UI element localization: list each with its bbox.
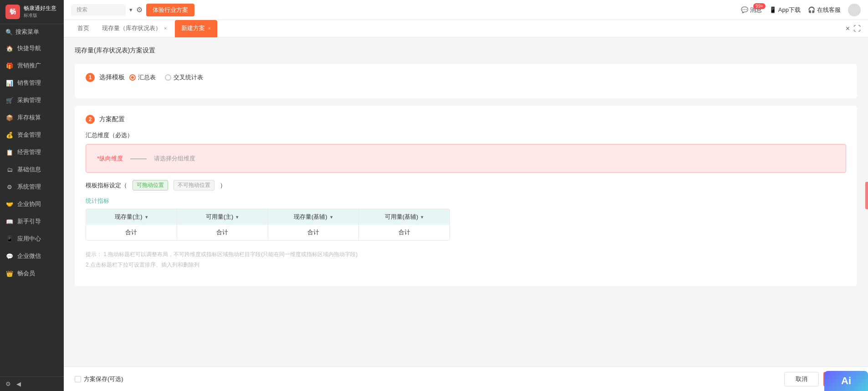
stats-section: 统计指标 现存量(主) ▾ 可用量(主) ▾ 现存量(基辅) [86, 197, 846, 241]
radio-summary-label: 汇总表 [138, 73, 156, 82]
user-avatar[interactable] [848, 4, 861, 16]
chevron-down-icon-3[interactable]: ▾ [421, 214, 424, 220]
sidebar-item-purchase[interactable]: 🛒 采购管理 [0, 92, 64, 109]
sidebar-item-label: 系统管理 [17, 183, 41, 191]
page-title: 现存量(库存状况表)方案设置 [75, 46, 857, 55]
right-panel-indicator [865, 182, 868, 209]
sidebar-item-guide[interactable]: 📖 新手引导 [0, 213, 64, 230]
tab-inventory-close[interactable]: × [164, 26, 167, 31]
sidebar-item-label: 企业微信 [17, 252, 41, 260]
system-icon: ⚙ [5, 183, 14, 191]
purchase-icon: 🛒 [5, 96, 14, 104]
step1-num: 1 [86, 73, 95, 82]
hint-section: 提示： 1.拖动标题栏可以调整布局，不可跨维度或指标区域拖动栏目字段(只能在同一… [86, 245, 846, 277]
search-label: 搜索菜单 [15, 28, 39, 36]
app-download-btn[interactable]: 📱 App下载 [769, 6, 801, 14]
service-btn[interactable]: 🎧 在线客服 [808, 6, 841, 14]
stats-col-stock-main[interactable]: 现存量(主) ▾ [86, 209, 177, 225]
tab-inventory-status[interactable]: 现存量（库存状况表） × [96, 20, 173, 37]
stats-sub-0-label: 合计 [125, 228, 137, 237]
cancel-button[interactable]: 取消 [784, 372, 819, 386]
radio-cross[interactable]: 交叉统计表 [165, 73, 203, 82]
phone-icon: 📱 [769, 6, 776, 13]
headset-icon: 🎧 [808, 6, 815, 13]
operation-icon: 📋 [5, 148, 14, 156]
sidebar-search[interactable]: 🔍 搜索菜单 [0, 24, 64, 40]
chevron-down-icon-1[interactable]: ▾ [236, 214, 239, 220]
settings-icon[interactable]: ⚙ [5, 381, 11, 387]
sound-icon[interactable]: ◀ [16, 381, 21, 387]
stats-col-avail-main-label: 可用量(主) [206, 213, 234, 221]
member-icon: 👑 [5, 269, 14, 278]
sidebar-item-label: 销售管理 [17, 79, 41, 87]
bottom-bar: 方案保存(可选) 取消 查询 [64, 366, 868, 391]
sidebar-item-app-center[interactable]: 📱 应用中心 [0, 230, 64, 247]
tabbar-expand-btn[interactable]: ⛶ [853, 25, 861, 33]
message-btn[interactable]: 💬 消息 99+ [741, 6, 762, 14]
message-icon: 💬 [741, 6, 748, 13]
chevron-down-icon-0[interactable]: ▾ [145, 214, 148, 220]
tab-home[interactable]: 首页 [71, 20, 96, 37]
app-name-block: 畅康通好生意 标准版 [24, 5, 56, 19]
topbar: 搜索 ▾ ⚙ 体验行业方案 💬 消息 99+ 📱 App下载 🎧 在线客服 [64, 0, 868, 20]
sidebar-item-finance[interactable]: 💰 资金管理 [0, 126, 64, 144]
trial-btn[interactable]: 体验行业方案 [146, 4, 194, 16]
radio-cross-label: 交叉统计表 [174, 73, 203, 82]
save-checkbox[interactable] [75, 376, 81, 382]
sidebar-item-label: 库存核算 [17, 113, 41, 122]
topbar-gear-icon[interactable]: ⚙ [136, 5, 143, 14]
service-label: 在线客服 [817, 6, 841, 14]
sidebar-item-label: 资金管理 [17, 131, 41, 139]
sidebar-item-label: 经营管理 [17, 148, 41, 156]
sidebar-item-label: 基础信息 [17, 165, 41, 174]
topbar-search[interactable]: 搜索 [71, 4, 126, 15]
tab-new-plan[interactable]: 新建方案 × [175, 20, 217, 37]
save-option[interactable]: 方案保存(可选) [75, 375, 123, 383]
sidebar-item-marketing[interactable]: 🎁 营销推广 [0, 57, 64, 74]
stats-sub-3: 合计 [359, 225, 449, 240]
dimension-placeholder: 请选择分组维度 [154, 154, 195, 163]
step2-num: 2 [86, 115, 95, 124]
step1-title: 选择模板 [99, 73, 125, 82]
indicator-setting-label: 模板指标设定（ [86, 181, 127, 190]
dimension-box[interactable]: *纵向维度 —— 请选择分组维度 [86, 144, 846, 173]
sidebar-item-operation[interactable]: 📋 经营管理 [0, 144, 64, 161]
dropdown-icon[interactable]: ▾ [129, 6, 133, 13]
sidebar-item-label: 营销推广 [17, 62, 41, 70]
dimension-field-label: *纵向维度 [97, 154, 123, 163]
tabbar-close-btn[interactable]: × [846, 25, 850, 33]
sidebar-item-sales[interactable]: 📊 销售管理 [0, 74, 64, 92]
search-icon: 🔍 [5, 29, 13, 36]
sidebar-item-wechat[interactable]: 💬 企业微信 [0, 247, 64, 265]
sidebar-item-system[interactable]: ⚙ 系统管理 [0, 178, 64, 196]
sidebar-item-quick-nav[interactable]: 🏠 快捷导航 [0, 40, 64, 57]
stats-data-row: 合计 合计 合计 合计 [86, 225, 449, 240]
radio-summary-circle [129, 74, 136, 81]
corp-icon: 🤝 [5, 200, 14, 208]
app-version: 标准版 [24, 12, 56, 19]
main-area: 搜索 ▾ ⚙ 体验行业方案 💬 消息 99+ 📱 App下载 🎧 在线客服 [64, 0, 868, 391]
chevron-down-icon-2[interactable]: ▾ [330, 214, 333, 220]
radio-summary[interactable]: 汇总表 [129, 73, 156, 82]
stats-col-stock-main-label: 现存量(主) [115, 213, 143, 221]
sidebar-item-inventory[interactable]: 📦 库存核算 [0, 109, 64, 126]
stats-label: 统计指标 [86, 197, 846, 205]
ai-badge[interactable]: Ai [824, 371, 868, 391]
tab-new-plan-label: 新建方案 [181, 24, 205, 32]
indicator-badge-inactive: 不可拖动位置 [174, 180, 214, 190]
tab-new-plan-close[interactable]: × [208, 26, 210, 31]
tabbar: 首页 现存量（库存状况表） × 新建方案 × × ⛶ [64, 20, 868, 37]
stats-sub-1: 合计 [177, 225, 268, 240]
step2-header: 2 方案配置 [86, 115, 846, 124]
hint-item-1: 2.点击标题栏下拉可设置排序、插入列和删除列 [86, 261, 846, 269]
stats-col-stock-aux[interactable]: 现存量(基辅) ▾ [268, 209, 359, 225]
sidebar-item-basic-info[interactable]: 🗂 基础信息 [0, 161, 64, 178]
stats-sub-1-label: 合计 [216, 228, 228, 237]
stats-col-avail-main[interactable]: 可用量(主) ▾ [177, 209, 268, 225]
sidebar-item-member[interactable]: 👑 畅会员 [0, 265, 64, 282]
stats-col-avail-aux[interactable]: 可用量(基辅) ▾ [359, 209, 449, 225]
sidebar-item-corp[interactable]: 🤝 企业协同 [0, 196, 64, 213]
stats-sub-2: 合计 [268, 225, 359, 240]
indicator-suffix: ） [220, 181, 226, 190]
step1-card: 1 选择模板 汇总表 交叉统计表 [75, 64, 857, 98]
